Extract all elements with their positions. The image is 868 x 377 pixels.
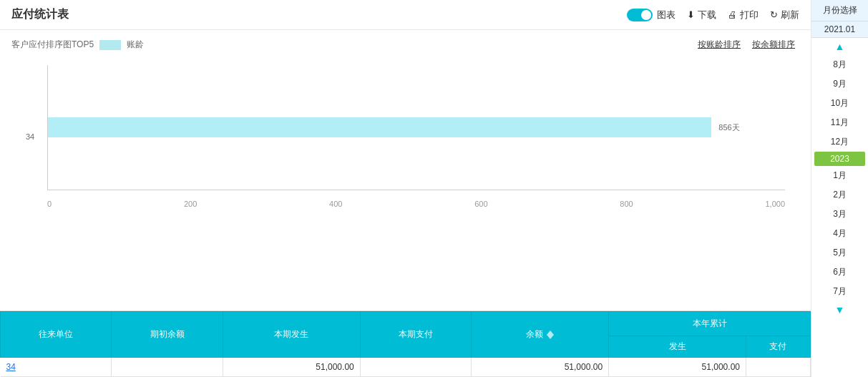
bar-end-label: 856天 [718,122,739,133]
print-label: 打印 [740,9,759,21]
col-ytd-amount-header: 发生 [609,336,746,358]
cell-ytd-payment [746,358,810,377]
sidebar-title: 月份选择 [811,0,868,21]
nav-month-8[interactable]: 8月 [811,55,868,74]
col-opening-header: 期初余额 [112,312,223,358]
legend-box [99,40,121,50]
chart-header: 客户应付排序图TOP5 账龄 按账龄排序 按余额排序 [11,37,799,52]
svg-marker-1 [547,335,554,339]
download-icon: ⬇ [687,9,695,20]
nav-month-4[interactable]: 4月 [811,224,868,243]
refresh-button[interactable]: ↻ 刷新 [770,9,799,21]
sort-by-balance-button[interactable]: 按账龄排序 [693,37,745,52]
x-label-200: 200 [184,200,197,208]
cell-opening [112,358,223,377]
cell-unit[interactable]: 34 [1,358,112,377]
cell-current-amount: 51,000.00 [223,358,360,377]
sort-icon [547,331,554,339]
col-ytd-header: 本年累计 [609,312,811,336]
refresh-icon: ↻ [770,9,778,20]
page-title: 应付统计表 [11,7,69,22]
table-section: 往来单位 期初余额 本期发生 本期支付 余额 本年累计 [0,310,811,377]
chart-toggle-label: 图表 [657,9,676,21]
print-button[interactable]: 🖨 打印 [728,9,759,21]
download-label: 下载 [698,9,716,21]
chart-section: 客户应付排序图TOP5 账龄 按账龄排序 按余额排序 34 [0,30,811,310]
x-label-400: 400 [329,200,342,208]
nav-month-1[interactable]: 1月 [811,166,868,185]
print-icon: 🖨 [728,9,737,20]
chart-area: 34 856天 0 200 400 600 800 [11,58,799,303]
nav-up-arrow[interactable]: ▲ [811,38,868,55]
col-current-amount-header: 本期发生 [223,312,360,358]
nav-month-10[interactable]: 10月 [811,94,868,113]
sort-by-amount-button[interactable]: 按余额排序 [748,37,799,52]
x-label-1000: 1,000 [765,200,785,208]
col-ytd-payment-header: 支付 [746,336,810,358]
unit-link[interactable]: 34 [6,362,16,372]
cell-ytd-amount: 51,000.00 [609,358,746,377]
table-header-row: 往来单位 期初余额 本期发生 本期支付 余额 本年累计 [1,312,811,336]
nav-month-7[interactable]: 7月 [811,282,868,301]
nav-month-2[interactable]: 2月 [811,185,868,205]
nav-month-11[interactable]: 11月 [811,113,868,132]
data-table: 往来单位 期初余额 本期发生 本期支付 余额 本年累计 [0,311,811,377]
x-label-600: 600 [474,200,487,208]
cell-current-payment [360,358,471,377]
nav-year-2023[interactable]: 2023 [814,152,865,166]
chart-legend: 客户应付排序图TOP5 账龄 [11,39,144,51]
legend-label2: 账龄 [127,39,144,51]
nav-month-6[interactable]: 6月 [811,263,868,282]
header-actions: 图表 ⬇ 下载 🖨 打印 ↻ 刷新 [627,9,799,21]
chart-toggle-group[interactable]: 图表 [627,9,676,21]
sidebar-current-date: 2021.01 [811,21,868,38]
table-row: 34 51,000.00 51,000.00 51,000.00 [1,358,811,377]
refresh-label: 刷新 [781,9,799,21]
nav-month-5[interactable]: 5月 [811,243,868,263]
col-balance-header: 余额 [472,312,609,358]
download-button[interactable]: ⬇ 下载 [687,9,716,21]
bar-element [48,117,711,137]
col-current-payment-header: 本期支付 [360,312,471,358]
legend-label1: 客户应付排序图TOP5 [11,39,94,51]
chart-toggle-switch[interactable] [627,9,653,21]
nav-down-arrow[interactable]: ▼ [811,301,868,318]
nav-month-9[interactable]: 9月 [811,74,868,94]
x-label-0: 0 [47,200,52,208]
month-sidebar: 月份选择 2021.01 ▲ 8月 9月 10月 11月 12月 2023 1月… [811,0,868,377]
x-label-800: 800 [620,200,633,208]
cell-balance: 51,000.00 [472,358,609,377]
nav-month-12[interactable]: 12月 [811,132,868,152]
sort-buttons: 按账龄排序 按余额排序 [693,37,799,52]
sidebar-nav: ▲ 8月 9月 10月 11月 12月 2023 1月 2月 3月 4月 5月 … [811,38,868,377]
bar-y-axis-label: 34 [26,132,34,141]
nav-month-3[interactable]: 3月 [811,205,868,224]
svg-marker-0 [547,331,554,335]
col-unit-header: 往来单位 [1,312,112,358]
